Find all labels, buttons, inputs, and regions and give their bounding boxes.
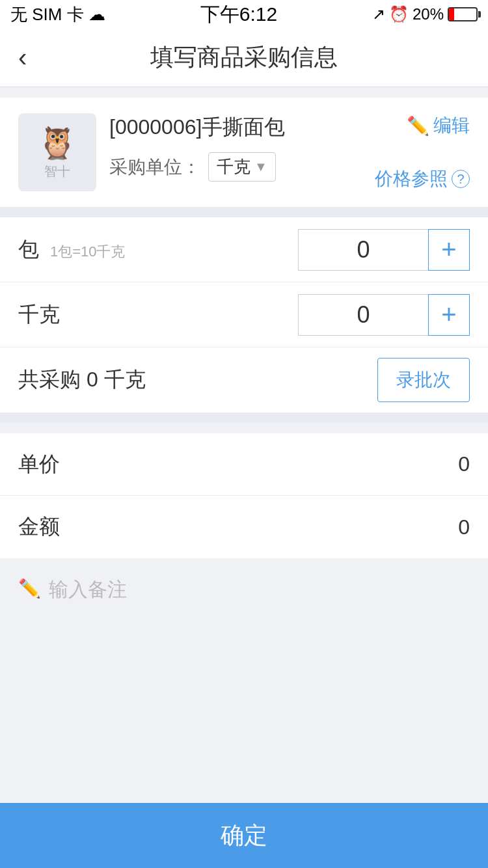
- product-thumb-icon: 🦉: [38, 125, 77, 161]
- kg-input-row: 千克 +: [0, 282, 488, 347]
- status-left: 无 SIM 卡 ☁: [10, 3, 105, 26]
- summary-text: 共采购 0 千克: [18, 366, 146, 394]
- price-ref-button[interactable]: 价格参照 ?: [375, 167, 470, 191]
- kg-label: 千克: [18, 301, 298, 329]
- kg-plus-button[interactable]: +: [428, 294, 470, 336]
- unit-label: 采购单位：: [109, 155, 200, 180]
- unit-value: 千克: [217, 156, 251, 178]
- no-sim-label: 无 SIM 卡 ☁: [10, 3, 105, 26]
- bag-plus-button[interactable]: +: [428, 229, 470, 271]
- status-bar: 无 SIM 卡 ☁ 下午6:12 ↗ ⏰ 20%: [0, 0, 488, 29]
- divider-1: [0, 207, 488, 217]
- confirm-button[interactable]: 确定: [0, 803, 488, 868]
- edit-button[interactable]: ✏️ 编辑: [407, 113, 470, 138]
- input-section: 包 1包=10千克 + 千克 +: [0, 217, 488, 347]
- bag-quantity-box: +: [298, 229, 470, 271]
- divider-2: [0, 413, 488, 423]
- pencil-icon: ✏️: [18, 578, 41, 599]
- help-icon: ?: [452, 170, 470, 188]
- unit-price-value: 0: [458, 452, 470, 476]
- price-ref-label: 价格参照: [375, 167, 448, 191]
- bag-label: 包 1包=10千克: [18, 236, 298, 264]
- chevron-down-icon: ▼: [254, 159, 267, 174]
- price-section: 单价 0 金额 0: [0, 433, 488, 558]
- battery-icon: [448, 7, 478, 21]
- product-card: 🦉 智十 [0000006]手撕面包 采购单位： 千克 ▼ ✏️ 编辑 价格参照…: [0, 98, 488, 207]
- battery-percent: 20%: [413, 5, 444, 23]
- amount-row: 金额 0: [0, 496, 488, 558]
- alarm-icon: ⏰: [389, 5, 409, 23]
- unit-price-row: 单价 0: [0, 433, 488, 496]
- bottom-spacer: [0, 636, 488, 832]
- edit-label: 编辑: [433, 113, 470, 138]
- remark-placeholder: 输入备注: [49, 576, 127, 603]
- batch-button[interactable]: 录批次: [377, 358, 470, 402]
- kg-quantity-input[interactable]: [298, 294, 428, 336]
- amount-value: 0: [458, 515, 470, 539]
- nav-bar: ‹ 填写商品采购信息: [0, 29, 488, 87]
- amount-label: 金额: [18, 513, 458, 541]
- location-icon: ↗: [372, 5, 385, 23]
- summary-row: 共采购 0 千克 录批次: [0, 347, 488, 413]
- status-right: ↗ ⏰ 20%: [372, 5, 478, 23]
- bag-sub-label: 1包=10千克: [50, 243, 126, 260]
- bag-quantity-input[interactable]: [298, 229, 428, 271]
- product-thumb-label: 智十: [44, 163, 70, 180]
- unit-price-label: 单价: [18, 450, 458, 479]
- back-button[interactable]: ‹: [18, 43, 27, 72]
- page-title: 填写商品采购信息: [150, 42, 338, 74]
- remark-section[interactable]: ✏️ 输入备注: [0, 558, 488, 636]
- product-thumbnail: 🦉 智十: [18, 113, 96, 191]
- kg-quantity-box: +: [298, 294, 470, 336]
- edit-icon: ✏️: [407, 115, 429, 137]
- bag-input-row: 包 1包=10千克 +: [0, 217, 488, 282]
- unit-dropdown[interactable]: 千克 ▼: [208, 152, 276, 182]
- status-time: 下午6:12: [200, 1, 277, 28]
